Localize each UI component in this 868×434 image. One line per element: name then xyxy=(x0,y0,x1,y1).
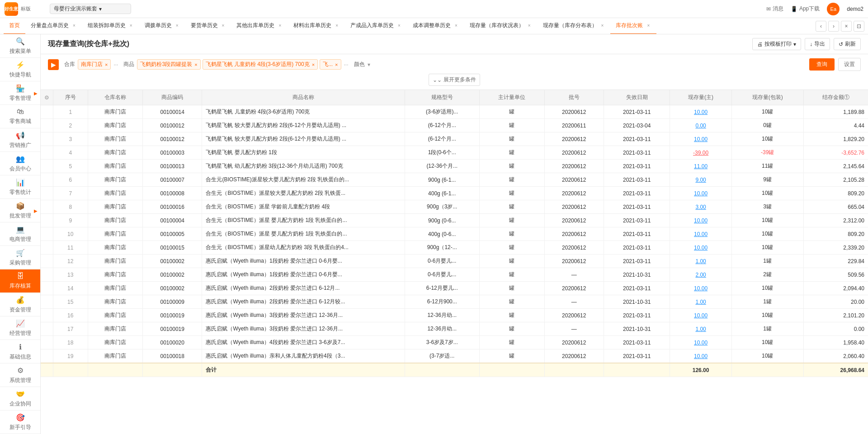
tab-prev-btn[interactable]: ‹ xyxy=(816,21,826,32)
row-unit-8: 罐 xyxy=(479,214,544,227)
row-batch-1: 20200611 xyxy=(544,119,604,132)
row-qty-pkg-7: 3罐 xyxy=(731,200,803,214)
row-settings-13 xyxy=(41,282,53,295)
row-settings-4 xyxy=(41,160,53,173)
tab-diaobo-close[interactable]: × xyxy=(175,23,180,28)
color-filter-dropdown[interactable]: ▾ xyxy=(368,61,370,68)
row-qty-main-3[interactable]: -39.00 xyxy=(670,146,731,160)
tab-home[interactable]: 首页 xyxy=(4,18,25,34)
sidebar-item-quicknav[interactable]: ⚡ 快捷导航 xyxy=(0,58,40,81)
tab-pici-close[interactable]: × xyxy=(646,23,651,28)
expand-conditions-row: ⌄⌄ 展开更多条件 xyxy=(48,74,861,86)
tab-zuzhuan[interactable]: 组装拆卸单历史 × xyxy=(82,18,139,34)
row-qty-main-16[interactable]: 1.00 xyxy=(670,322,731,336)
tab-chanru[interactable]: 产成品入库单历史 × xyxy=(345,18,407,34)
row-warehouse-14: 南库门店 xyxy=(88,295,142,309)
message-btn[interactable]: ✉ 消息 xyxy=(766,5,783,13)
expand-conditions-btn[interactable]: ⌄⌄ 展开更多条件 xyxy=(429,74,480,86)
tab-chanru-close[interactable]: × xyxy=(396,23,402,28)
warehouse-filter-more[interactable]: ··· xyxy=(113,61,118,68)
sidebar-item-guide[interactable]: 🎯 新手引导 xyxy=(0,410,40,434)
row-qty-main-13[interactable]: 10.00 xyxy=(670,282,731,295)
sidebar-item-member[interactable]: 👥 会员中心 xyxy=(0,152,40,175)
tab-qtchu[interactable]: 其他出库单历史 × xyxy=(231,18,288,34)
row-qty-main-9[interactable]: 10.00 xyxy=(670,227,731,241)
sidebar-item-finance[interactable]: 💰 资金管理 xyxy=(0,293,40,316)
purchase-icon: 🛒 xyxy=(16,249,25,257)
tab-pici[interactable]: 库存批次账 × xyxy=(610,18,656,34)
tab-fenpan[interactable]: 分量盘点单历史 × xyxy=(25,18,82,34)
user-name[interactable]: demo2 xyxy=(847,6,863,12)
sidebar-item-basic[interactable]: ℹ 基础信息 xyxy=(0,340,40,363)
tab-yaohuo[interactable]: 要货单历史 × xyxy=(185,18,231,34)
product-tag-p2-remove[interactable]: × xyxy=(312,62,315,67)
sidebar-item-wholesale[interactable]: 📦 批发管理 ▶ xyxy=(0,199,40,222)
row-qty-main-11[interactable]: 1.00 xyxy=(670,255,731,268)
row-qty-main-0[interactable]: 10.00 xyxy=(670,105,731,119)
row-qty-main-5[interactable]: 9.00 xyxy=(670,173,731,187)
product-tag-p1-remove[interactable]: × xyxy=(194,62,197,67)
sidebar-item-shop[interactable]: 🛍 零售商城 xyxy=(0,105,40,128)
sidebar-item-collab[interactable]: 🤝 企业协同 xyxy=(0,387,40,410)
settings-btn[interactable]: 设置 xyxy=(838,58,861,71)
row-qty-main-4[interactable]: 11.00 xyxy=(670,160,731,173)
row-qty-main-12[interactable]: 2.00 xyxy=(670,268,731,282)
tab-fenpan-close[interactable]: × xyxy=(71,23,77,28)
query-btn[interactable]: 查询 xyxy=(809,58,835,71)
sidebar-item-retailstat[interactable]: 📊 零售统计 xyxy=(0,175,40,199)
user-avatar[interactable]: Ea xyxy=(827,3,840,15)
row-qty-main-17[interactable]: 10.00 xyxy=(670,336,731,349)
export-btn[interactable]: ↓ 导出 xyxy=(805,38,830,50)
tab-yaohuo-close[interactable]: × xyxy=(221,23,226,28)
tab-qtchu-close[interactable]: × xyxy=(277,23,283,28)
product-tag-p3: 飞... × xyxy=(320,59,341,70)
sidebar-item-ecommerce[interactable]: 💻 电商管理 xyxy=(0,222,40,246)
tab-chengben[interactable]: 成本调整单历史 × xyxy=(407,18,464,34)
table-body: 1 南库门店 00100014 飞鹤星飞帆 儿童奶粉 4段(3-6岁适用) 70… xyxy=(41,105,868,377)
row-qty-main-10[interactable]: 10.00 xyxy=(670,241,731,255)
sidebar-item-retail[interactable]: 🏪 零售管理 ▶ xyxy=(0,81,40,105)
app-download-btn[interactable]: 📱 App下载 xyxy=(791,5,820,13)
col-settings[interactable]: ⚙ xyxy=(41,90,53,105)
sidebar-item-management[interactable]: 📈 经营管理 xyxy=(0,316,40,340)
tab-zuzhuan-close[interactable]: × xyxy=(128,23,134,28)
row-qty-main-14[interactable]: 1.00 xyxy=(670,295,731,309)
tab-xiancun2-close[interactable]: × xyxy=(600,23,605,28)
tab-diaobo[interactable]: 调拨单历史 × xyxy=(139,18,185,34)
warehouse-tag-remove[interactable]: × xyxy=(105,62,108,67)
row-code-5: 00100007 xyxy=(142,173,202,187)
tab-next-btn[interactable]: › xyxy=(828,21,839,32)
row-qty-main-18[interactable]: 10.00 xyxy=(670,349,731,363)
row-qty-main-1[interactable]: 0.00 xyxy=(670,119,731,132)
warehouse-filter-label: 合库 xyxy=(64,61,75,68)
row-qty-pkg-16: 1罐 xyxy=(731,322,803,336)
sidebar-item-purchase[interactable]: 🛒 采购管理 xyxy=(0,246,40,269)
sidebar-item-system[interactable]: ⚙ 系统管理 xyxy=(0,363,40,387)
org-selector[interactable]: 母婴行业演示账套 ▾ xyxy=(50,4,131,14)
sidebar-item-inventory[interactable]: 🗄 库存核算 xyxy=(0,269,40,293)
row-spec-2: (6-12个月... xyxy=(405,132,479,146)
template-print-btn[interactable]: 🖨 按模板打印 ▾ xyxy=(752,38,801,50)
filter-expand-arrow[interactable]: ▶ xyxy=(48,59,59,70)
tab-xiancun1[interactable]: 现存量（库存状况表） × xyxy=(464,18,538,34)
row-qty-main-8[interactable]: 10.00 xyxy=(670,214,731,227)
tab-cailiaochu[interactable]: 材料出库单历史 × xyxy=(288,18,345,34)
tab-xiancun1-close[interactable]: × xyxy=(527,23,532,28)
tab-xiancun2[interactable]: 现存量（库存分布表） × xyxy=(538,18,611,34)
refresh-btn[interactable]: ↺ 刷新 xyxy=(834,38,861,50)
row-qty-main-15[interactable]: 10.00 xyxy=(670,309,731,322)
row-qty-main-7[interactable]: 3.00 xyxy=(670,200,731,214)
row-qty-pkg-9: 10罐 xyxy=(731,227,803,241)
tab-more-btn[interactable]: ⊡ xyxy=(854,21,864,32)
row-qty-main-6[interactable]: 10.00 xyxy=(670,187,731,200)
tab-close-btn[interactable]: × xyxy=(841,21,852,32)
tab-cailiaochu-close[interactable]: × xyxy=(334,23,340,28)
row-qty-main-2[interactable]: 10.00 xyxy=(670,132,731,146)
tab-chengben-close[interactable]: × xyxy=(453,23,459,28)
row-index-18: 19 xyxy=(53,349,88,363)
product-filter-more[interactable]: ··· xyxy=(344,61,349,68)
product-tag-p3-remove[interactable]: × xyxy=(335,62,338,67)
row-warehouse-10: 南库门店 xyxy=(88,241,142,255)
sidebar-item-search[interactable]: 🔍 搜索菜单 xyxy=(0,34,40,58)
sidebar-item-marketing[interactable]: 📢 营销推广 xyxy=(0,128,40,152)
